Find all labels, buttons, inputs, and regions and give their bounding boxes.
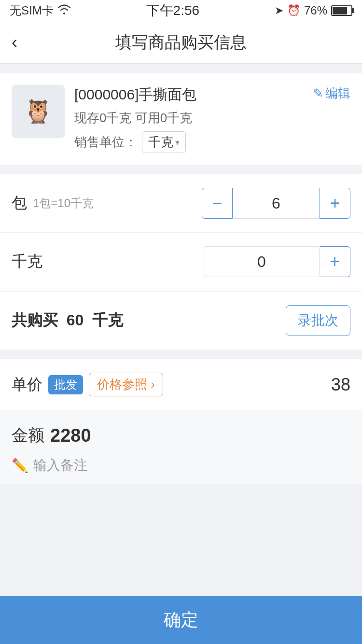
amount-section: 金额 2280 ✏️ 输入备注 <box>0 410 362 484</box>
kg-plus-button[interactable]: + <box>320 246 350 277</box>
kg-quantity-row: 千克 + <box>0 233 362 291</box>
unit-label: 销售单位： <box>74 134 137 151</box>
bao-quantity-input[interactable] <box>233 188 320 219</box>
location-icon: ➤ <box>275 4 283 17</box>
bao-sublabel: 1包=10千克 <box>33 196 94 211</box>
kg-label: 千克 <box>12 251 42 272</box>
price-section: 单价 批发 价格参照 › 38 <box>0 359 362 410</box>
back-button[interactable]: ‹ <box>12 32 17 53</box>
edit-label: 编辑 <box>325 85 350 102</box>
alarm-icon: ⏰ <box>287 4 300 17</box>
pencil-icon: ✏️ <box>12 458 28 474</box>
kg-quantity-control: + <box>204 246 350 277</box>
product-top-row: [0000006]手撕面包 ✎ 编辑 <box>74 85 350 110</box>
amount-row: 金额 2280 <box>12 424 350 447</box>
total-text: 共购买 60 千克 <box>12 310 123 331</box>
product-name: [0000006]手撕面包 <box>74 85 196 105</box>
product-card: 🦉 [0000006]手撕面包 ✎ 编辑 现存0千克 可用0千克 销售单位： 千… <box>0 73 362 165</box>
product-logo: 🦉 <box>24 98 53 125</box>
price-value: 38 <box>331 375 350 395</box>
quantity-section: 包 1包=10千克 − + 千克 + <box>0 174 362 291</box>
total-section: 共购买 60 千克 录批次 <box>0 291 362 350</box>
battery-icon <box>331 5 352 16</box>
product-stock: 现存0千克 可用0千克 <box>74 110 350 126</box>
note-placeholder: 输入备注 <box>33 456 87 475</box>
total-unit: 千克 <box>92 311 123 329</box>
note-row[interactable]: ✏️ 输入备注 <box>12 456 350 475</box>
chevron-down-icon: ▾ <box>175 137 180 148</box>
kg-label-text: 千克 <box>12 251 42 272</box>
unit-select[interactable]: 千克 ▾ <box>142 131 186 153</box>
product-info: [0000006]手撕面包 ✎ 编辑 现存0千克 可用0千克 销售单位： 千克 … <box>74 85 350 153</box>
price-tag: 批发 <box>48 375 83 394</box>
bao-minus-button[interactable]: − <box>202 188 233 219</box>
wifi-icon <box>57 4 71 17</box>
product-image: 🦉 <box>12 85 65 138</box>
bao-label-text: 包 <box>12 193 27 214</box>
confirm-button[interactable]: 确定 <box>0 596 362 644</box>
unit-value: 千克 <box>148 134 173 151</box>
price-label: 单价 <box>12 374 42 395</box>
edit-icon: ✎ <box>313 86 323 101</box>
nav-bar: ‹ 填写商品购买信息 <box>0 21 362 64</box>
price-ref-button[interactable]: 价格参照 › <box>89 373 163 396</box>
status-right: ➤ ⏰ 76% <box>275 4 352 17</box>
spacer <box>0 484 362 596</box>
price-left: 单价 批发 价格参照 › <box>12 373 163 396</box>
amount-label: 金额 <box>12 424 44 447</box>
amount-value: 2280 <box>50 425 91 446</box>
bao-plus-button[interactable]: + <box>320 188 350 219</box>
page-title: 填写商品购买信息 <box>115 31 247 54</box>
bao-quantity-control: − + <box>202 188 350 219</box>
batch-button[interactable]: 录批次 <box>286 305 350 336</box>
status-left: 无SIM卡 <box>10 3 71 18</box>
status-time: 下午2:56 <box>146 1 200 20</box>
product-unit-row: 销售单位： 千克 ▾ <box>74 131 350 153</box>
status-bar: 无SIM卡 下午2:56 ➤ ⏰ 76% <box>0 0 362 21</box>
bao-label: 包 1包=10千克 <box>12 193 94 214</box>
carrier-text: 无SIM卡 <box>10 3 54 18</box>
kg-quantity-input[interactable] <box>204 246 320 277</box>
total-prefix: 共购买 <box>12 311 58 329</box>
edit-button[interactable]: ✎ 编辑 <box>313 85 350 102</box>
bao-quantity-row: 包 1包=10千克 − + <box>0 174 362 233</box>
battery-percent: 76% <box>304 4 327 17</box>
total-value: 60 <box>67 311 84 329</box>
